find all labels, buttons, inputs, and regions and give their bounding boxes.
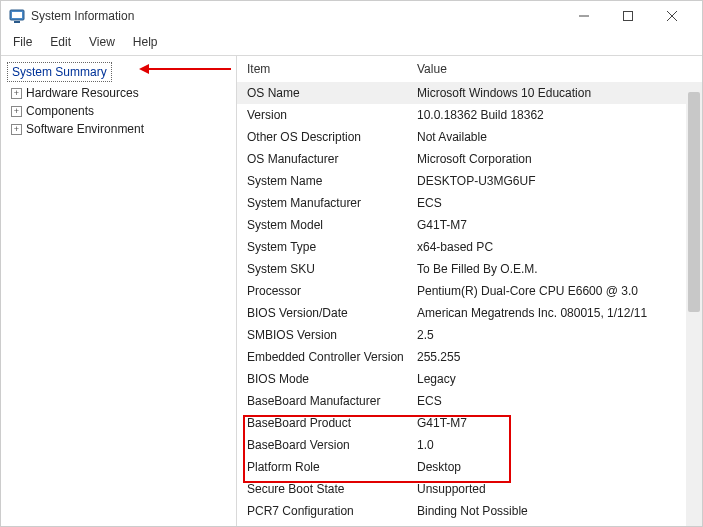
tree-node-software-environment[interactable]: + Software Environment: [11, 120, 230, 138]
row-value: Pentium(R) Dual-Core CPU E6600 @ 3.0: [417, 282, 692, 300]
table-row[interactable]: System SKUTo Be Filled By O.E.M.: [237, 258, 702, 280]
row-value: Unsupported: [417, 480, 692, 498]
table-row[interactable]: Version10.0.18362 Build 18362: [237, 104, 702, 126]
details-header: Item Value: [237, 56, 702, 82]
row-item: BIOS Mode: [247, 370, 417, 388]
row-value: ECS: [417, 194, 692, 212]
scrollbar-thumb[interactable]: [688, 92, 700, 312]
tree-pane: System Summary + Hardware Resources + Co…: [1, 56, 237, 527]
svg-rect-2: [14, 21, 20, 23]
row-value: 2.5: [417, 326, 692, 344]
table-row[interactable]: BaseBoard ManufacturerECS: [237, 390, 702, 412]
table-row[interactable]: Embedded Controller Version255.255: [237, 346, 702, 368]
table-row[interactable]: Windows DirectoryC:\WINDOWS: [237, 522, 702, 527]
row-item: Other OS Description: [247, 128, 417, 146]
scrollbar[interactable]: [686, 82, 702, 527]
row-item: System SKU: [247, 260, 417, 278]
tree-node-label: Software Environment: [26, 122, 144, 136]
table-row[interactable]: BIOS ModeLegacy: [237, 368, 702, 390]
row-value: x64-based PC: [417, 238, 692, 256]
row-item: Processor: [247, 282, 417, 300]
row-value: G41T-M7: [417, 216, 692, 234]
row-value: To Be Filled By O.E.M.: [417, 260, 692, 278]
table-row[interactable]: Secure Boot StateUnsupported: [237, 478, 702, 500]
menu-view[interactable]: View: [87, 33, 117, 51]
row-item: Platform Role: [247, 458, 417, 476]
tree-node-label: Hardware Resources: [26, 86, 139, 100]
table-row[interactable]: PCR7 ConfigurationBinding Not Possible: [237, 500, 702, 522]
window-controls: [562, 2, 694, 30]
table-row[interactable]: BaseBoard Version1.0: [237, 434, 702, 456]
svg-rect-4: [624, 12, 633, 21]
row-item: System Manufacturer: [247, 194, 417, 212]
table-row[interactable]: BIOS Version/DateAmerican Megatrends Inc…: [237, 302, 702, 324]
tree-node-hardware-resources[interactable]: + Hardware Resources: [11, 84, 230, 102]
row-value: 10.0.18362 Build 18362: [417, 106, 692, 124]
row-value: 255.255: [417, 348, 692, 366]
row-value: Desktop: [417, 458, 692, 476]
row-value: Binding Not Possible: [417, 502, 692, 520]
column-header-value[interactable]: Value: [417, 62, 692, 76]
table-row[interactable]: OS NameMicrosoft Windows 10 Education: [237, 82, 702, 104]
row-item: SMBIOS Version: [247, 326, 417, 344]
row-item: Version: [247, 106, 417, 124]
titlebar: System Information: [1, 1, 702, 31]
row-item: System Type: [247, 238, 417, 256]
expander-icon[interactable]: +: [11, 88, 22, 99]
row-value: American Megatrends Inc. 080015, 1/12/11: [417, 304, 692, 322]
row-value: DESKTOP-U3MG6UF: [417, 172, 692, 190]
window-title: System Information: [31, 9, 134, 23]
expander-icon[interactable]: +: [11, 106, 22, 117]
tree-node-components[interactable]: + Components: [11, 102, 230, 120]
svg-marker-8: [139, 64, 149, 74]
column-header-item[interactable]: Item: [247, 62, 417, 76]
tree-node-label: Components: [26, 104, 94, 118]
row-item: BaseBoard Version: [247, 436, 417, 454]
maximize-button[interactable]: [606, 2, 650, 30]
table-row[interactable]: ProcessorPentium(R) Dual-Core CPU E6600 …: [237, 280, 702, 302]
row-item: BaseBoard Manufacturer: [247, 392, 417, 410]
table-row[interactable]: System NameDESKTOP-U3MG6UF: [237, 170, 702, 192]
app-icon: [9, 8, 25, 24]
row-value: Microsoft Windows 10 Education: [417, 84, 692, 102]
table-row[interactable]: System Typex64-based PC: [237, 236, 702, 258]
svg-rect-1: [12, 12, 22, 18]
row-value: Microsoft Corporation: [417, 150, 692, 168]
arrow-annotation: [139, 63, 231, 75]
content-area: System Summary + Hardware Resources + Co…: [1, 56, 702, 527]
menubar: File Edit View Help: [1, 31, 702, 56]
table-row[interactable]: OS ManufacturerMicrosoft Corporation: [237, 148, 702, 170]
menu-edit[interactable]: Edit: [48, 33, 73, 51]
row-item: Embedded Controller Version: [247, 348, 417, 366]
row-item: PCR7 Configuration: [247, 502, 417, 520]
row-value: G41T-M7: [417, 414, 692, 432]
table-row[interactable]: SMBIOS Version2.5: [237, 324, 702, 346]
row-item: BaseBoard Product: [247, 414, 417, 432]
row-item: OS Manufacturer: [247, 150, 417, 168]
table-row[interactable]: Other OS DescriptionNot Available: [237, 126, 702, 148]
row-value: Not Available: [417, 128, 692, 146]
row-value: ECS: [417, 392, 692, 410]
row-value: 1.0: [417, 436, 692, 454]
row-item: Secure Boot State: [247, 480, 417, 498]
table-row[interactable]: BaseBoard ProductG41T-M7: [237, 412, 702, 434]
row-item: BIOS Version/Date: [247, 304, 417, 322]
row-item: System Model: [247, 216, 417, 234]
menu-file[interactable]: File: [11, 33, 34, 51]
expander-icon[interactable]: +: [11, 124, 22, 135]
row-item: OS Name: [247, 84, 417, 102]
menu-help[interactable]: Help: [131, 33, 160, 51]
row-value: Legacy: [417, 370, 692, 388]
close-button[interactable]: [650, 2, 694, 30]
details-pane: Item Value OS NameMicrosoft Windows 10 E…: [237, 56, 702, 527]
row-item: System Name: [247, 172, 417, 190]
table-row[interactable]: System ModelG41T-M7: [237, 214, 702, 236]
tree-root-system-summary[interactable]: System Summary: [7, 62, 112, 82]
table-row[interactable]: Platform RoleDesktop: [237, 456, 702, 478]
table-row[interactable]: System ManufacturerECS: [237, 192, 702, 214]
minimize-button[interactable]: [562, 2, 606, 30]
details-rows[interactable]: OS NameMicrosoft Windows 10 EducationVer…: [237, 82, 702, 527]
